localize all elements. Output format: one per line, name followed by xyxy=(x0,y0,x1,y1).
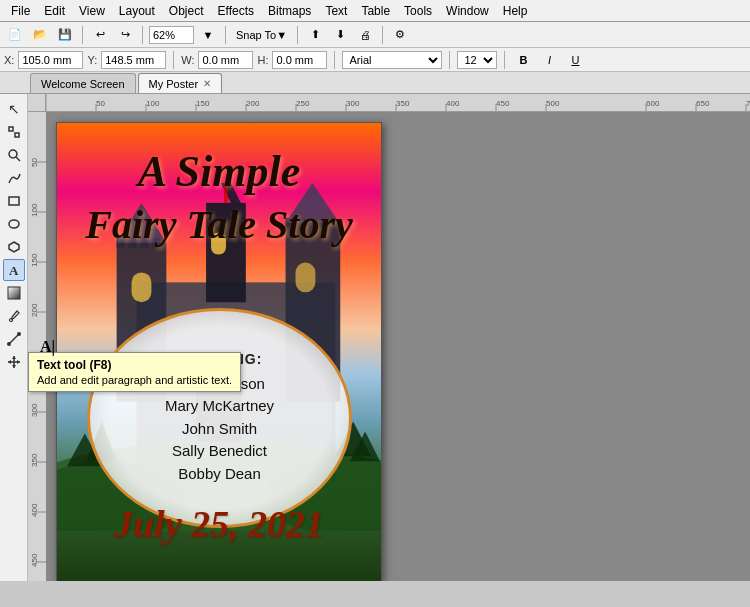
menu-help[interactable]: Help xyxy=(496,2,535,20)
poster-title-line2: Fairy Tale Story xyxy=(57,203,381,247)
h-label: H: xyxy=(257,54,268,66)
menu-table[interactable]: Table xyxy=(354,2,397,20)
menu-bitmaps[interactable]: Bitmaps xyxy=(261,2,318,20)
menu-edit[interactable]: Edit xyxy=(37,2,72,20)
poster[interactable]: A Simple Fairy Tale Story STARRING: Jake… xyxy=(56,122,382,581)
svg-line-10 xyxy=(9,334,19,344)
tab-my-poster-label: My Poster xyxy=(149,78,199,90)
cast-bobby: Bobby Dean xyxy=(178,463,261,486)
y-input[interactable] xyxy=(101,51,166,69)
snap-dropdown-icon: ▼ xyxy=(276,29,287,41)
toolbar-1: 📄 📂 💾 ↩ ↪ ▼ Snap To ▼ ⬆ ⬇ 🖨 ⚙ xyxy=(0,22,750,48)
svg-point-2 xyxy=(9,150,17,158)
sep9 xyxy=(504,51,505,69)
x-input[interactable] xyxy=(18,51,83,69)
menu-window[interactable]: Window xyxy=(439,2,496,20)
svg-marker-6 xyxy=(9,242,19,252)
canvas-area[interactable]: 50 100 150 200 250 300 350 400 450 500 xyxy=(28,94,750,581)
tab-welcome-screen[interactable]: Welcome Screen xyxy=(30,73,136,93)
open-btn[interactable]: 📂 xyxy=(29,25,51,45)
svg-text:300: 300 xyxy=(346,99,360,108)
poster-title-line1: A Simple xyxy=(57,148,381,196)
zoom-dropdown[interactable]: ▼ xyxy=(197,25,219,45)
main-area: ↖ A xyxy=(0,94,750,581)
node-tool-btn[interactable] xyxy=(3,121,25,143)
print-btn[interactable]: 🖨 xyxy=(354,25,376,45)
menu-text[interactable]: Text xyxy=(318,2,354,20)
svg-rect-8 xyxy=(8,287,20,299)
svg-rect-4 xyxy=(9,197,19,205)
pointer-tool-btn[interactable]: ↖ xyxy=(3,98,25,120)
cast-mary: Mary McKartney xyxy=(165,395,274,418)
svg-rect-84 xyxy=(132,272,152,302)
sep3 xyxy=(225,26,226,44)
svg-text:250: 250 xyxy=(30,353,39,367)
rectangle-tool-btn[interactable] xyxy=(3,190,25,212)
svg-text:250: 250 xyxy=(296,99,310,108)
sep2 xyxy=(142,26,143,44)
svg-text:200: 200 xyxy=(246,99,260,108)
starring-oval: STARRING: Jake Jackson Mary McKartney Jo… xyxy=(87,308,352,528)
text-tool-btn[interactable]: A xyxy=(3,259,25,281)
menu-layout[interactable]: Layout xyxy=(112,2,162,20)
svg-line-3 xyxy=(16,157,20,161)
svg-text:200: 200 xyxy=(30,303,39,317)
ruler-top: 50 100 150 200 250 300 350 400 450 500 xyxy=(46,94,750,112)
svg-text:450: 450 xyxy=(30,553,39,567)
ruler-corner xyxy=(28,94,46,112)
menu-bar: File Edit View Layout Object Effects Bit… xyxy=(0,0,750,22)
left-toolbar: ↖ A xyxy=(0,94,28,581)
save-btn[interactable]: 💾 xyxy=(54,25,76,45)
svg-text:400: 400 xyxy=(30,503,39,517)
menu-tools[interactable]: Tools xyxy=(397,2,439,20)
eyedropper-tool-btn[interactable] xyxy=(3,305,25,327)
fill-interactive-btn[interactable] xyxy=(3,282,25,304)
options-btn[interactable]: ⚙ xyxy=(389,25,411,45)
svg-marker-18 xyxy=(17,360,20,364)
cast-john: John Smith xyxy=(182,418,257,441)
sep1 xyxy=(82,26,83,44)
font-size-selector[interactable]: 12 pt xyxy=(457,51,497,69)
x-label: X: xyxy=(4,54,14,66)
poster-wrapper: A Simple Fairy Tale Story STARRING: Jake… xyxy=(56,122,382,581)
svg-rect-0 xyxy=(9,127,13,131)
tab-my-poster[interactable]: My Poster ✕ xyxy=(138,73,223,93)
svg-text:700: 700 xyxy=(746,99,750,108)
polygon-tool-btn[interactable] xyxy=(3,236,25,258)
svg-text:100: 100 xyxy=(30,203,39,217)
menu-view[interactable]: View xyxy=(72,2,112,20)
export-btn[interactable]: ⬇ xyxy=(329,25,351,45)
tab-close-icon[interactable]: ✕ xyxy=(203,78,211,89)
poster-date: July 25, 2021 xyxy=(57,502,381,546)
svg-text:500: 500 xyxy=(546,99,560,108)
zoom-input[interactable] xyxy=(149,26,194,44)
menu-effects[interactable]: Effects xyxy=(211,2,261,20)
connector-tool-btn[interactable] xyxy=(3,328,25,350)
menu-object[interactable]: Object xyxy=(162,2,211,20)
font-selector[interactable]: Arial xyxy=(342,51,442,69)
snap-to-btn[interactable]: Snap To ▼ xyxy=(232,25,291,45)
menu-file[interactable]: File xyxy=(4,2,37,20)
svg-text:150: 150 xyxy=(196,99,210,108)
svg-text:450: 450 xyxy=(496,99,510,108)
new-btn[interactable]: 📄 xyxy=(4,25,26,45)
import-btn[interactable]: ⬆ xyxy=(304,25,326,45)
move-tool-btn[interactable] xyxy=(3,351,25,373)
cast-sally: Sally Benedict xyxy=(172,440,267,463)
snap-to-label: Snap To xyxy=(236,29,276,41)
w-label: W: xyxy=(181,54,194,66)
svg-marker-17 xyxy=(8,360,11,364)
undo-btn[interactable]: ↩ xyxy=(89,25,111,45)
freehand-tool-btn[interactable] xyxy=(3,167,25,189)
w-input[interactable] xyxy=(198,51,253,69)
italic-btn[interactable]: I xyxy=(538,50,560,70)
bold-btn[interactable]: B xyxy=(512,50,534,70)
h-input[interactable] xyxy=(272,51,327,69)
underline-btn[interactable]: U xyxy=(564,50,586,70)
redo-btn[interactable]: ↪ xyxy=(114,25,136,45)
toolbar-2: X: Y: W: H: Arial 12 pt B I U xyxy=(0,48,750,72)
sep4 xyxy=(297,26,298,44)
ellipse-tool-btn[interactable] xyxy=(3,213,25,235)
zoom-tool-btn[interactable] xyxy=(3,144,25,166)
svg-point-5 xyxy=(9,220,19,228)
